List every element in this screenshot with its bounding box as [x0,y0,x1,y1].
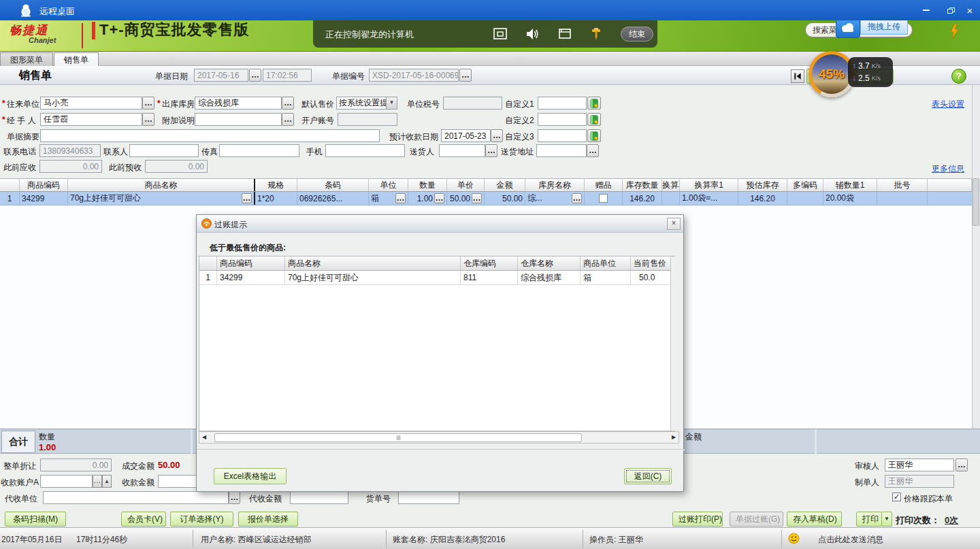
window-icon[interactable] [557,26,573,42]
print-button[interactable]: 打印 [856,512,882,527]
warehouse-picker-button[interactable]: … [282,97,294,110]
handler-picker-button[interactable]: … [142,113,154,126]
ellipsis-button[interactable]: … [242,193,252,203]
scroll-right-icon[interactable]: ▶ [669,432,679,443]
amount-cell[interactable]: 50.00 [485,192,525,205]
name-cell[interactable]: 70g上好佳可可甜心 … [68,192,255,205]
fullscreen-icon[interactable] [492,26,508,42]
smiley-icon[interactable] [788,533,800,544]
member-card-button[interactable]: 会员卡(V) [121,512,166,527]
end-control-button[interactable]: 结束 [621,27,653,41]
order-select-button[interactable]: 订单选择(Y) [170,512,233,527]
estimate-cell[interactable]: 146.20 [738,192,787,205]
warehouse-field[interactable]: 综合残损库 [195,97,282,110]
partner-picker-button[interactable]: … [142,97,154,110]
barcode-scan-button[interactable]: 条码扫描(M) [5,512,66,527]
agency-picker-button[interactable]: … [229,491,240,504]
grid-col-name[interactable]: 商品名称 [68,179,255,191]
rate-cell[interactable]: 1.00袋=... [680,192,738,205]
account-dropup-button[interactable]: ▲ [102,475,112,488]
auditor-field[interactable]: 王丽华 [885,459,954,471]
cargo-no-field[interactable] [398,491,459,504]
quote-select-button[interactable]: 报价单选择 [238,512,298,527]
grid-col-barcode[interactable]: 条码 [297,179,369,191]
qty-cell[interactable]: 1.00 … [408,192,447,205]
lightning-icon[interactable] [949,23,960,39]
summary-field[interactable] [40,129,380,142]
batch-cell[interactable] [877,192,928,205]
first-record-button[interactable] [791,69,804,83]
aux-cell[interactable]: 20.00袋 [823,192,877,205]
due-date-field[interactable]: 2017-05-23 [441,129,491,142]
grid-vertical-scrollbar[interactable] [972,85,980,429]
dialog-table-vscrollbar[interactable] [670,256,675,431]
stock-cell[interactable]: 146.20 [623,192,662,205]
tab-sales-order[interactable]: 销售单 [54,52,99,67]
unit-cell[interactable]: 箱 … [369,192,408,205]
doc-date-picker-button[interactable]: … [249,69,261,82]
save-draft-button[interactable]: 存入草稿(D) [787,512,842,527]
excel-export-button[interactable]: Excel表格输出 [214,468,287,484]
gift-checkbox[interactable] [599,194,608,203]
grid-col-batch[interactable]: 批号 [877,179,928,191]
print-count-link[interactable]: 0次 [945,514,958,527]
speaker-icon[interactable] [524,26,540,42]
code-cell[interactable]: 34299 [20,192,68,205]
ellipsis-button[interactable]: … [572,193,582,203]
grid-col-unit[interactable]: 单位 [369,179,408,191]
grid-col-stock[interactable]: 库存数量 [623,179,662,191]
handler-field[interactable]: 任雪霞 [40,113,142,126]
dialog-close-button[interactable]: × [667,218,681,230]
grid-col-estimate[interactable]: 预估库存 [738,179,787,191]
account-picker-button[interactable]: … [93,475,102,488]
grid-row-selected[interactable]: 1 34299 70g上好佳可可甜心 … 1*20 06926265... 箱 … [0,192,972,205]
post-print-button[interactable]: 过账打印(P) [672,512,723,527]
custom1-book-button[interactable] [587,97,601,110]
grid-col-warehouse[interactable]: 库房名称 [525,179,585,191]
account-field[interactable] [40,475,93,488]
address-picker-button[interactable]: … [587,144,599,157]
contact-field[interactable] [129,144,199,157]
barcode-cell[interactable]: 06926265... [297,192,369,205]
multicode-cell[interactable] [787,192,823,205]
drag-upload-tooltip[interactable]: 拖拽上传 [860,20,908,35]
agency-amount-field[interactable] [290,491,348,504]
gift-cell[interactable] [585,192,623,205]
note-picker-button[interactable]: … [282,113,294,126]
close-button[interactable]: × [962,5,977,16]
ellipsis-button[interactable]: … [395,193,406,203]
deliverer-field[interactable] [439,144,485,157]
cloud-upload-icon[interactable] [836,20,860,38]
auditor-picker-button[interactable]: … [956,459,968,471]
fax-field[interactable] [219,144,299,157]
grid-col-gift[interactable]: 赠品 [585,179,623,191]
ellipsis-button[interactable]: … [472,193,482,203]
grid-col-conv[interactable]: 换算单位 [662,179,680,191]
send-message-link[interactable]: 点击此处发送消息 [818,534,883,546]
print-dropdown-button[interactable]: ▼ [881,512,892,527]
grid-col-amount[interactable]: 金额 [485,179,525,191]
grid-col-spec[interactable]: 规格 [255,179,297,191]
custom1-field[interactable] [538,97,587,110]
dialog-table-row[interactable]: 1 34299 70g上好佳可可甜心 811 综合残损库 箱 50.0 [199,271,674,285]
price-track-checkbox[interactable]: ✓ [892,493,901,501]
due-date-picker-button[interactable]: … [491,129,503,142]
grid-col-aux[interactable]: 辅数量1 [823,179,877,191]
help-button[interactable]: ? [951,69,966,84]
warehouse-cell[interactable]: 综... … [525,192,585,205]
return-button[interactable]: 返回(C) [624,468,672,484]
custom3-field[interactable] [538,129,587,142]
spec-cell[interactable]: 1*20 [255,192,297,205]
mobile-field[interactable] [325,144,405,157]
dialog-hscroll-thumb[interactable] [214,433,582,442]
scroll-left-icon[interactable]: ◀ [199,432,209,443]
custom3-book-button[interactable] [587,129,601,142]
agency-unit-field[interactable] [43,491,229,504]
ellipsis-button[interactable]: … [434,193,444,203]
grid-col-price[interactable]: 单价 [447,179,485,191]
minimize-button[interactable] [919,5,934,16]
header-settings-link[interactable]: 表头设置 [932,99,964,110]
price-track-label[interactable]: 价格跟踪本单 [904,493,953,505]
dialog-hscrollbar[interactable]: ◀ ▶ [199,431,679,444]
custom2-book-button[interactable] [587,113,601,126]
